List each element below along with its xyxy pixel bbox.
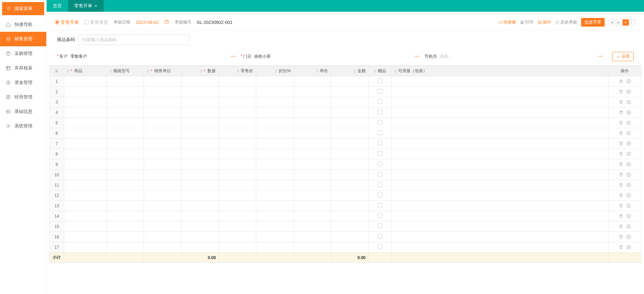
table-row[interactable]: 3 <box>50 97 641 107</box>
checkbox-icon[interactable] <box>377 130 382 135</box>
add-row-button[interactable] <box>626 193 631 198</box>
history-link[interactable]: 历史单据 <box>555 19 577 25</box>
cell-gift[interactable] <box>368 139 392 149</box>
cell-unit-price[interactable] <box>294 159 331 170</box>
cell-gift[interactable] <box>368 211 392 221</box>
prev-order-button[interactable]: ◀ <box>609 19 615 26</box>
sidebar-item-home[interactable]: 快捷导航 <box>0 17 46 32</box>
table-row[interactable]: 5 <box>50 118 641 128</box>
checkbox-icon[interactable] <box>377 161 382 166</box>
cell-spec[interactable] <box>107 97 144 107</box>
cell-unit-price[interactable] <box>294 128 331 139</box>
cell-product[interactable] <box>64 180 106 190</box>
cell-retail-price[interactable] <box>219 242 256 253</box>
add-row-button[interactable] <box>626 214 631 219</box>
col-amount[interactable]: ▲▼金额 <box>331 66 368 76</box>
cell-discount[interactable] <box>256 139 294 149</box>
cell-amount[interactable] <box>331 232 368 242</box>
checkbox-icon[interactable] <box>377 89 382 94</box>
cell-amount[interactable] <box>331 107 368 118</box>
cell-qty[interactable] <box>181 139 219 149</box>
list-view-button[interactable]: ≡ <box>623 19 629 26</box>
cell-unit-price[interactable] <box>294 221 331 232</box>
cell-product[interactable] <box>64 118 106 128</box>
cell-product[interactable] <box>64 159 106 170</box>
add-row-button[interactable] <box>626 224 631 229</box>
cell-retail-price[interactable] <box>219 232 256 242</box>
col-unit[interactable]: ▲▼*销售单位 <box>144 66 181 76</box>
cell-discount[interactable] <box>256 242 294 253</box>
cell-unit[interactable] <box>144 118 181 128</box>
sidebar-item-inventory[interactable]: 库存核算 <box>0 61 46 75</box>
cell-discount[interactable] <box>256 170 294 180</box>
cell-retail-price[interactable] <box>219 107 256 118</box>
cell-retail-price[interactable] <box>219 149 256 159</box>
cell-spec[interactable] <box>107 221 144 232</box>
cell-amount[interactable] <box>331 211 368 221</box>
cell-spec[interactable] <box>107 149 144 159</box>
delete-row-button[interactable] <box>618 79 623 84</box>
cell-discount[interactable] <box>256 211 294 221</box>
cell-unit-price[interactable] <box>294 87 331 97</box>
cell-amount[interactable] <box>331 76 368 87</box>
cell-amount[interactable] <box>331 139 368 149</box>
checkbox-icon[interactable] <box>377 110 382 114</box>
cell-amount[interactable] <box>331 242 368 253</box>
cell-retail-price[interactable] <box>219 211 256 221</box>
cell-discount[interactable] <box>256 159 294 170</box>
cell-discount[interactable] <box>256 201 294 211</box>
cell-gift[interactable] <box>368 87 392 97</box>
add-row-button[interactable] <box>626 162 631 167</box>
cell-qty[interactable] <box>181 190 219 201</box>
cell-gift[interactable] <box>368 128 392 139</box>
close-icon[interactable]: ✕ <box>94 4 97 8</box>
cell-qty[interactable] <box>181 149 219 159</box>
add-row-button[interactable] <box>626 235 631 239</box>
cell-gift[interactable] <box>368 149 392 159</box>
delete-row-button[interactable] <box>618 235 623 239</box>
delete-row-button[interactable] <box>618 152 623 157</box>
cell-amount[interactable] <box>331 149 368 159</box>
cell-unit[interactable] <box>144 232 181 242</box>
cell-unit-price[interactable] <box>294 149 331 159</box>
cell-qty[interactable] <box>181 221 219 232</box>
delete-row-button[interactable] <box>618 245 623 250</box>
cell-unit-price[interactable] <box>294 139 331 149</box>
cell-unit-price[interactable] <box>294 190 331 201</box>
cell-gift[interactable] <box>368 76 392 87</box>
cell-amount[interactable] <box>331 201 368 211</box>
store-select[interactable]: 余杭小库 ⋯ <box>254 54 422 60</box>
cell-retail-price[interactable] <box>219 128 256 139</box>
operate-link[interactable]: 操作 <box>538 19 551 25</box>
date-value[interactable]: 2023-06-02 <box>136 20 159 25</box>
sidebar-item-system[interactable]: 系统管理 <box>0 119 46 133</box>
delete-row-button[interactable] <box>618 224 623 229</box>
col-available[interactable]: ▲▼可用量（包装） <box>392 66 608 76</box>
col-discount[interactable]: ▲▼折扣% <box>256 66 294 76</box>
cell-qty[interactable] <box>181 242 219 253</box>
cell-spec[interactable] <box>107 107 144 118</box>
delete-row-button[interactable] <box>618 162 623 167</box>
col-product[interactable]: ▲▼*商品 <box>64 66 106 76</box>
cell-discount[interactable] <box>256 149 294 159</box>
delete-row-button[interactable] <box>618 131 623 136</box>
cell-qty[interactable] <box>181 128 219 139</box>
cell-gift[interactable] <box>368 232 392 242</box>
cell-unit[interactable] <box>144 211 181 221</box>
cell-retail-price[interactable] <box>219 221 256 232</box>
add-row-button[interactable] <box>626 141 631 146</box>
sidebar-item-finance[interactable]: 资金管理 <box>0 75 46 90</box>
cell-product[interactable] <box>64 97 106 107</box>
cell-spec[interactable] <box>107 159 144 170</box>
cell-spec[interactable] <box>107 201 144 211</box>
cell-qty[interactable] <box>181 211 219 221</box>
cell-qty[interactable] <box>181 118 219 128</box>
cell-unit[interactable] <box>144 107 181 118</box>
cell-discount[interactable] <box>256 190 294 201</box>
add-row-button[interactable] <box>626 172 631 177</box>
col-gift[interactable]: ▲▼赠品 <box>368 66 392 76</box>
radio-retail-return[interactable]: 零售退货 <box>84 19 108 26</box>
col-qty[interactable]: ▲▼*数量 <box>181 66 219 76</box>
cell-unit[interactable] <box>144 87 181 97</box>
cell-product[interactable] <box>64 107 106 118</box>
